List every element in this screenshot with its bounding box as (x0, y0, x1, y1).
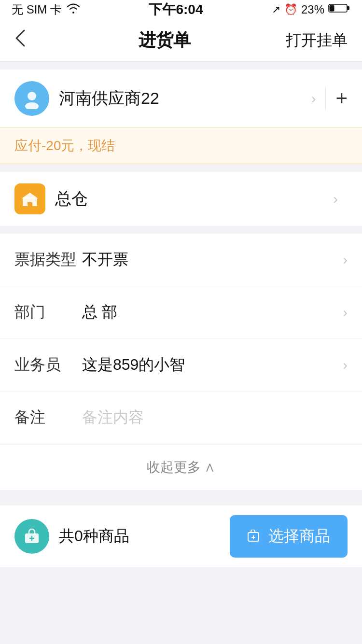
ticket-type-row[interactable]: 票据类型 不开票 › (0, 234, 362, 286)
ticket-type-label: 票据类型 (14, 249, 82, 270)
department-value: 总 部 (82, 302, 343, 323)
info-text: 应付-20元，现结 (14, 138, 115, 153)
wifi-icon (67, 3, 80, 16)
product-icon (14, 519, 49, 554)
supplier-avatar (14, 81, 49, 116)
section-gap-4 (0, 490, 362, 498)
department-label: 部门 (14, 302, 82, 323)
status-right: ↗ ⏰ 23% (272, 3, 350, 16)
page-title: 进货单 (139, 28, 191, 52)
product-bar: 共0种商品 选择商品 (0, 505, 362, 567)
product-count-label: 共0种商品 (59, 526, 230, 547)
remark-input[interactable]: 备注内容 (82, 407, 348, 428)
info-banner: 应付-20元，现结 (0, 127, 362, 164)
select-product-button[interactable]: 选择商品 (230, 515, 348, 558)
supplier-row[interactable]: 河南供应商22 › + (0, 70, 362, 127)
svg-rect-7 (28, 202, 32, 206)
section-gap-2 (0, 164, 362, 172)
remark-row[interactable]: 备注 备注内容 (0, 392, 362, 444)
location-icon: ↗ (272, 3, 280, 16)
ticket-type-chevron-icon: › (343, 252, 348, 268)
open-pending-button[interactable]: 打开挂单 (286, 30, 348, 51)
svg-point-3 (28, 92, 36, 100)
select-product-label: 选择商品 (268, 526, 330, 547)
department-chevron-icon: › (343, 304, 348, 321)
supplier-chevron-icon: › (311, 90, 316, 107)
warehouse-icon (14, 183, 45, 214)
remark-label: 备注 (14, 407, 82, 428)
collapse-label: 收起更多 ∧ (147, 460, 216, 475)
salesperson-chevron-icon: › (343, 357, 348, 373)
department-row[interactable]: 部门 总 部 › (0, 286, 362, 339)
svg-marker-6 (22, 193, 38, 198)
status-time: 下午6:04 (149, 0, 203, 19)
collapse-button[interactable]: 收起更多 ∧ (0, 444, 362, 490)
supplier-card: 河南供应商22 › + 应付-20元，现结 (0, 70, 362, 164)
battery-label: 23% (301, 3, 324, 16)
warehouse-row[interactable]: 总仓 › (0, 172, 362, 226)
svg-rect-2 (329, 5, 334, 12)
ticket-type-value: 不开票 (82, 249, 343, 270)
status-bar: 无 SIM 卡 下午6:04 ↗ ⏰ 23% (0, 0, 362, 19)
section-gap-1 (0, 62, 362, 70)
svg-point-4 (25, 102, 39, 109)
svg-rect-1 (347, 6, 349, 10)
section-gap-3 (0, 226, 362, 234)
battery-icon (328, 3, 350, 16)
warehouse-name: 总仓 (55, 188, 333, 210)
warehouse-chevron-icon: › (333, 191, 338, 207)
nav-bar: 进货单 打开挂单 (0, 19, 362, 62)
salesperson-value: 这是859的小智 (82, 354, 343, 376)
salesperson-row[interactable]: 业务员 这是859的小智 › (0, 339, 362, 392)
carrier-label: 无 SIM 卡 (12, 2, 62, 17)
form-section: 票据类型 不开票 › 部门 总 部 › 业务员 这是859的小智 › 备注 备注… (0, 234, 362, 490)
alarm-icon: ⏰ (284, 3, 297, 16)
add-supplier-button[interactable]: + (325, 87, 348, 110)
back-button[interactable] (14, 28, 43, 52)
salesperson-label: 业务员 (14, 354, 82, 376)
supplier-name: 河南供应商22 (59, 87, 311, 110)
status-left: 无 SIM 卡 (12, 2, 80, 17)
